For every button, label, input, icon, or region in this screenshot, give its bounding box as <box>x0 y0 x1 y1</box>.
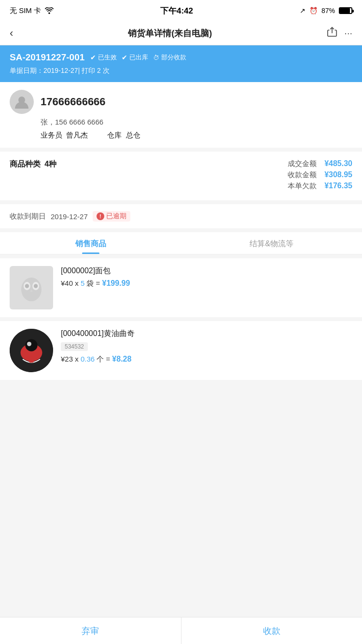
check-icon-2: ✔ <box>122 54 127 61</box>
order-date-value: 2019-12-27 <box>43 67 78 74</box>
product-total-2: ¥8.28 <box>112 355 131 363</box>
status-time: 下午4:42 <box>160 5 193 16</box>
tab-settlement[interactable]: 结算&物流等 <box>181 232 362 254</box>
product-qty-2: 0.36 <box>81 355 95 363</box>
owl-icon <box>14 271 48 305</box>
svg-point-5 <box>34 284 38 288</box>
deal-amount-label: 成交金额 <box>288 159 317 168</box>
receipt-amount-value: ¥308.95 <box>324 170 352 180</box>
product-image-placeholder-1 <box>10 266 53 309</box>
back-button[interactable]: ‹ <box>10 27 13 40</box>
product-total-1: ¥199.99 <box>102 279 130 287</box>
overdue-badge: ! 已逾期 <box>93 211 130 222</box>
share-button[interactable] <box>327 27 337 40</box>
svg-point-9 <box>25 339 37 351</box>
product-name-1: [0000002]面包 <box>61 266 352 276</box>
due-section: 收款到期日 2019-12-27 ! 已逾期 <box>0 204 362 228</box>
customer-meta: 业务员 曾凡杰 仓库 总仓 <box>10 131 352 140</box>
battery-fill <box>340 8 350 13</box>
product-thumb-1 <box>10 266 53 309</box>
status-bar: 无 SIM 卡 下午4:42 ↗ ⏰ 87% <box>0 0 362 21</box>
receipt-amount-row: 收款金额 ¥308.95 <box>288 170 352 180</box>
nav-bar: ‹ 销货单详情(来自电脑) ··· <box>0 21 362 45</box>
category-label: 商品种类 <box>10 160 41 168</box>
tab-sales-products[interactable]: 销售商品 <box>0 232 181 254</box>
status-right: ↗ ⏰ 87% <box>300 7 352 14</box>
location-icon: ↗ <box>300 7 306 14</box>
badge-shipped: ✔ 已出库 <box>122 53 148 62</box>
cancel-button[interactable]: 弃审 <box>0 617 181 644</box>
product-unit-2: 个 <box>97 355 104 363</box>
deal-amount-value: ¥485.30 <box>324 159 352 168</box>
amount-stats: 成交金额 ¥485.30 收款金额 ¥308.95 本单欠款 ¥176.35 <box>288 159 352 193</box>
clock-icon: ⏱ <box>153 54 159 61</box>
page-title: 销货单详情(来自电脑) <box>128 28 212 39</box>
order-badges: ✔ 已生效 ✔ 已出库 ⏱ 部分收款 <box>90 53 186 62</box>
status-left: 无 SIM 卡 <box>10 6 54 15</box>
product-price-1: ¥40 x 5 袋 = ¥199.99 <box>61 279 352 288</box>
more-button[interactable]: ··· <box>344 28 352 39</box>
product-unit-price-2: ¥23 <box>61 355 73 363</box>
product-list: [0000002]面包 ¥40 x 5 袋 = ¥199.99 <box>0 258 362 418</box>
wifi-icon <box>45 7 54 14</box>
sales-person: 曾凡杰 <box>66 131 88 139</box>
product-price-2: ¥23 x 0.36 个 = ¥8.28 <box>61 355 352 364</box>
sales-info: 业务员 曾凡杰 <box>41 131 88 140</box>
customer-top: 17666666666 <box>10 90 352 114</box>
product-unit-1: 袋 <box>86 279 94 287</box>
list-item: [0000002]面包 ¥40 x 5 袋 = ¥199.99 <box>0 258 362 317</box>
overdue-dot-icon: ! <box>97 212 104 220</box>
nav-actions: ··· <box>327 27 352 40</box>
product-image-2 <box>10 329 53 372</box>
product-info-2: [000400001]黄油曲奇 534532 ¥23 x 0.36 个 = ¥8… <box>61 329 352 364</box>
bottom-bar: 弃审 收款 <box>0 617 362 644</box>
customer-section: 17666666666 张，156 6666 6666 业务员 曾凡杰 仓库 总… <box>0 82 362 148</box>
order-header: SA-20191227-001 ✔ 已生效 ✔ 已出库 ⏱ 部分收款 单据日期：… <box>0 45 362 82</box>
product-name-2: [000400001]黄油曲奇 <box>61 329 352 339</box>
order-date-line: 单据日期：2019-12-27| 打印 2 次 <box>10 67 352 75</box>
confirm-payment-button[interactable]: 收款 <box>181 617 362 644</box>
debt-amount-value: ¥176.35 <box>324 182 352 191</box>
badge-partial-payment: ⏱ 部分收款 <box>153 53 186 62</box>
customer-contact: 张，156 6666 6666 <box>10 118 352 127</box>
avatar <box>10 90 34 114</box>
debt-amount-row: 本单欠款 ¥176.35 <box>288 182 352 191</box>
category-count: 4种 <box>44 160 56 168</box>
order-print-info: | 打印 2 次 <box>78 67 110 74</box>
product-unit-price-1: ¥40 <box>61 279 73 287</box>
deal-amount-row: 成交金额 ¥485.30 <box>288 159 352 168</box>
carrier-text: 无 SIM 卡 <box>10 6 41 15</box>
sales-label: 业务员 <box>41 131 62 139</box>
product-qty-1: 5 <box>81 279 84 287</box>
battery-icon <box>339 7 352 14</box>
receipt-amount-label: 收款金额 <box>288 170 317 180</box>
svg-point-10 <box>27 342 31 346</box>
svg-point-4 <box>25 284 29 288</box>
tabs-section: 销售商品 结算&物流等 <box>0 232 362 254</box>
tab-bar: 销售商品 结算&物流等 <box>0 232 362 254</box>
warehouse-value: 总仓 <box>126 131 140 139</box>
warehouse-info: 仓库 总仓 <box>107 131 140 140</box>
order-date-label: 单据日期： <box>10 67 43 74</box>
order-header-top: SA-20191227-001 ✔ 已生效 ✔ 已出库 ⏱ 部分收款 <box>10 52 352 63</box>
stats-section: 商品种类 4种 成交金额 ¥485.30 收款金额 ¥308.95 本单欠款 ¥… <box>0 152 362 200</box>
check-icon-1: ✔ <box>90 54 96 61</box>
badge-effective: ✔ 已生效 <box>90 53 117 62</box>
product-thumb-2 <box>10 329 53 372</box>
customer-name: 17666666666 <box>41 96 106 108</box>
product-info-1: [0000002]面包 ¥40 x 5 袋 = ¥199.99 <box>61 266 352 288</box>
due-date-value: 2019-12-27 <box>51 212 88 221</box>
due-date-label: 收款到期日 <box>10 212 46 221</box>
warehouse-label: 仓库 <box>107 131 122 139</box>
order-id: SA-20191227-001 <box>10 52 84 63</box>
overdue-text: 已逾期 <box>106 212 126 221</box>
battery-percent: 87% <box>321 7 335 14</box>
svg-point-11 <box>29 360 34 363</box>
list-item: [000400001]黄油曲奇 534532 ¥23 x 0.36 个 = ¥8… <box>0 321 362 380</box>
debt-amount-label: 本单欠款 <box>288 182 317 191</box>
category-stat: 商品种类 4种 <box>10 159 56 169</box>
product-tag-2: 534532 <box>61 342 88 351</box>
alarm-icon: ⏰ <box>309 7 318 14</box>
